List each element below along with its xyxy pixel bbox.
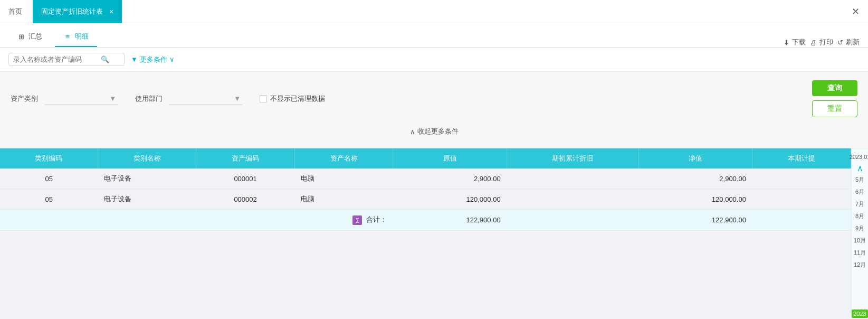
refresh-icon: ↺ — [837, 39, 843, 46]
right-panel: 2023.01 ∧ 5月 6月 7月 8月 9月 10月 11月 12月 202… — [851, 148, 868, 319]
cell-acc-depreciation — [507, 189, 639, 210]
month-11[interactable]: 11月 — [853, 247, 867, 258]
col-category-name: 类别名称 — [98, 148, 196, 168]
hide-cleared-checkbox[interactable] — [260, 95, 267, 102]
asset-category-filter: 资产类别 ▼ — [11, 92, 118, 105]
summary-acc-depreciation — [507, 210, 639, 231]
summary-label: 合计： — [366, 215, 387, 223]
tab-label: 固定资产折旧统计表 — [41, 7, 103, 16]
more-filters-button[interactable]: ▼ 更多条件 ∨ — [131, 55, 175, 64]
month-7[interactable]: 7月 — [854, 199, 865, 210]
cell-acc-depreciation — [507, 168, 639, 189]
summary-label-cell: ∑ 合计： — [98, 210, 393, 231]
data-table: 类别编码 类别名称 资产编码 资产名称 原值 期初累计折旧 净值 本期计提 05… — [0, 148, 851, 231]
hide-cleared-label: 不显示已清理数据 — [270, 94, 325, 104]
search-input-wrap[interactable]: 🔍 — [8, 53, 125, 66]
reset-button[interactable]: 重置 — [812, 100, 857, 117]
month-9[interactable]: 9月 — [854, 223, 865, 234]
col-original: 原值 — [393, 148, 507, 168]
collapse-icon: ∧ — [410, 128, 415, 136]
col-category-code: 类别编码 — [0, 148, 98, 168]
asset-category-label: 资产类别 — [11, 94, 40, 104]
print-icon: 🖨 — [810, 39, 817, 46]
summary-current-provision — [752, 210, 851, 231]
table-area: 类别编码 类别名称 资产编码 资产名称 原值 期初累计折旧 净值 本期计提 05… — [0, 148, 851, 319]
cell-category-code: 05 — [0, 168, 98, 189]
tab-summary-label: 汇总 — [28, 32, 42, 41]
refresh-button[interactable]: ↺ 刷新 — [837, 37, 860, 47]
summary-net-value: 122,900.00 — [638, 210, 752, 231]
tab-summary[interactable]: ⊞ 汇总 — [8, 27, 51, 47]
cell-asset-name: 电脑 — [294, 189, 393, 210]
active-tab[interactable]: 固定资产折旧统计表 × — [33, 0, 122, 23]
table-row: 05 电子设备 000001 电脑 2,900.00 2,900.00 — [0, 168, 851, 189]
tab-detail[interactable]: ≡ 明细 — [55, 27, 97, 47]
search-input[interactable] — [13, 55, 98, 63]
summary-icon: ⊞ — [17, 32, 25, 41]
window-close-button[interactable]: ✕ — [852, 6, 860, 17]
filter-icon: ▼ — [131, 55, 138, 63]
tab-close-icon[interactable]: × — [109, 7, 113, 16]
hide-cleared-checkbox-item[interactable]: 不显示已清理数据 — [260, 94, 325, 104]
cell-asset-name: 电脑 — [294, 168, 393, 189]
date-label: 2023.01 — [848, 152, 868, 162]
download-button[interactable]: ⬇ 下载 — [784, 37, 806, 47]
cell-asset-code: 000001 — [196, 168, 295, 189]
summary-row: ∑ 合计： 122,900.00 122,900.00 — [0, 210, 851, 231]
col-asset-name: 资产名称 — [294, 148, 393, 168]
summary-icon: ∑ — [352, 215, 362, 225]
cell-category-code: 05 — [0, 189, 98, 210]
cell-current-provision — [752, 189, 851, 210]
query-button[interactable]: 查询 — [812, 80, 857, 96]
download-icon: ⬇ — [784, 39, 789, 46]
col-net-value: 净值 — [638, 148, 752, 168]
cell-original: 120,000.00 — [393, 189, 507, 210]
cell-original: 2,900.00 — [393, 168, 507, 189]
table-row: 05 电子设备 000002 电脑 120,000.00 120,000.00 — [0, 189, 851, 210]
up-arrow-icon[interactable]: ∧ — [857, 163, 863, 173]
collapse-button[interactable]: ∧ 收起更多条件 — [11, 124, 857, 139]
month-6[interactable]: 6月 — [854, 186, 865, 198]
cell-asset-code: 000002 — [196, 189, 295, 210]
use-dept-chevron: ▼ — [234, 95, 241, 102]
cell-current-provision — [752, 168, 851, 189]
col-asset-code: 资产编码 — [196, 148, 295, 168]
cell-category-name: 电子设备 — [98, 168, 196, 189]
month-8[interactable]: 8月 — [854, 211, 865, 222]
summary-original: 122,900.00 — [393, 210, 507, 231]
use-dept-filter: 使用部门 ▼ — [135, 92, 243, 105]
month-10[interactable]: 10月 — [853, 235, 867, 246]
search-icon: 🔍 — [101, 55, 109, 63]
cell-net-value: 120,000.00 — [638, 189, 752, 210]
summary-empty-1 — [0, 210, 98, 231]
use-dept-select[interactable]: ▼ — [169, 92, 243, 105]
tab-detail-label: 明细 — [75, 32, 89, 41]
home-link[interactable]: 首页 — [8, 7, 22, 16]
col-current-provision: 本期计提 — [752, 148, 851, 168]
col-acc-depreciation: 期初累计折旧 — [507, 148, 639, 168]
use-dept-label: 使用部门 — [135, 94, 165, 104]
asset-category-chevron: ▼ — [109, 95, 116, 102]
detail-icon: ≡ — [63, 32, 72, 41]
chevron-down-icon: ∨ — [169, 55, 175, 63]
cell-net-value: 2,900.00 — [638, 168, 752, 189]
cell-category-name: 电子设备 — [98, 189, 196, 210]
asset-category-select[interactable]: ▼ — [44, 92, 118, 105]
month-12[interactable]: 12月 — [853, 259, 867, 270]
print-button[interactable]: 🖨 打印 — [810, 37, 833, 47]
year-badge[interactable]: 2023 — [852, 309, 867, 318]
month-5[interactable]: 5月 — [854, 174, 865, 185]
table-header-row: 类别编码 类别名称 资产编码 资产名称 原值 期初累计折旧 净值 本期计提 — [0, 148, 851, 168]
